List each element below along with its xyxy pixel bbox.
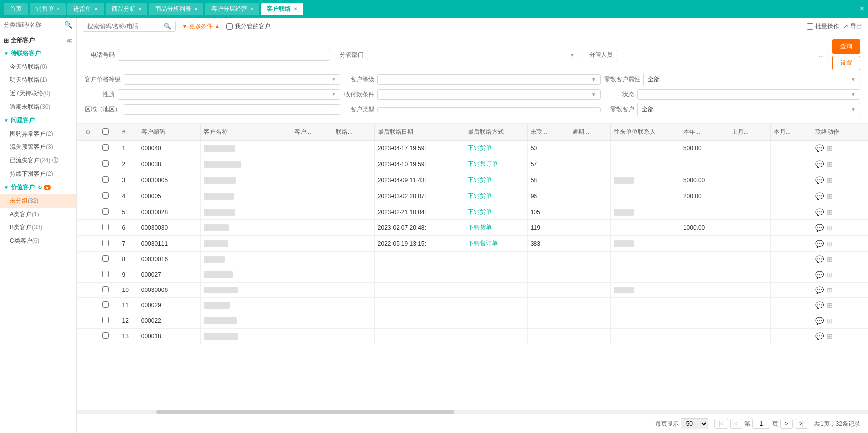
chat-icon-6[interactable]: 💬 (815, 240, 824, 248)
last-page-btn[interactable]: >| (795, 419, 808, 429)
sidebar-item-today-pending[interactable]: 今天待联络(0) (0, 60, 76, 73)
grid-action-icon-12[interactable]: ⊞ (827, 332, 833, 340)
chat-icon-1[interactable]: 💬 (815, 160, 824, 168)
sidebar-group-problem[interactable]: ▼ 问题客户 (0, 114, 76, 127)
row-checkbox-2[interactable] (99, 172, 119, 188)
sidebar-item-lost[interactable]: 已流失客户(24) ⓘ (0, 154, 76, 167)
tab-home[interactable]: 首页 (4, 3, 28, 15)
filter-search-icon[interactable]: 🔍 (164, 23, 171, 30)
row-select-1[interactable] (102, 160, 109, 167)
sidebar-item-ungroup[interactable]: 未分组(32) (0, 194, 76, 208)
close-sales-tab[interactable]: × (57, 6, 60, 12)
resize-last-date[interactable] (463, 124, 465, 140)
col-checkbox[interactable] (99, 124, 119, 141)
sidebar-search-icon[interactable]: 🔍 (64, 21, 72, 29)
row-last-method-11[interactable] (465, 313, 527, 329)
phone-input[interactable] (118, 49, 330, 61)
resize-name[interactable] (289, 124, 291, 140)
first-page-btn[interactable]: |< (714, 419, 728, 429)
row-checkbox-10[interactable] (99, 298, 119, 313)
batch-checkbox[interactable] (807, 23, 813, 30)
grid-action-icon-6[interactable]: ⊞ (827, 240, 833, 248)
batch-op-btn[interactable]: 批量操作 (807, 22, 839, 31)
grid-action-icon-1[interactable]: ⊞ (827, 160, 833, 168)
status-select[interactable]: ▼ (637, 89, 860, 100)
col-gear[interactable]: ⚙ (77, 124, 99, 141)
row-select-10[interactable] (102, 301, 109, 308)
close-customer-contact-tab[interactable]: × (294, 6, 297, 12)
grid-action-icon-5[interactable]: ⊞ (827, 224, 833, 232)
resize-overdue[interactable] (608, 124, 610, 140)
sidebar-item-tomorrow-pending[interactable]: 明天待联络(1) (0, 73, 76, 87)
row-checkbox-3[interactable] (99, 188, 119, 204)
tab-product-list[interactable]: 商品分析列表 × (149, 3, 203, 15)
row-select-11[interactable] (102, 317, 109, 323)
page-number-input[interactable] (752, 419, 770, 429)
nature-select[interactable]: ▼ (118, 89, 340, 100)
row-last-method-9[interactable] (465, 283, 527, 298)
reset-button[interactable]: 设置 (832, 56, 860, 70)
resize-contact[interactable] (372, 124, 374, 140)
row-select-5[interactable] (102, 224, 109, 230)
row-checkbox-1[interactable] (99, 156, 119, 172)
sidebar-group-value[interactable]: ▼ 价值客户 ↻ ● (0, 181, 76, 194)
row-checkbox-12[interactable] (99, 329, 119, 344)
row-last-method-12[interactable] (465, 329, 527, 344)
sidebar-item-declining[interactable]: 持续下滑客户(2) (0, 167, 76, 181)
row-checkbox-9[interactable] (99, 283, 119, 298)
region-select[interactable]: … (124, 104, 340, 115)
tab-product-analysis[interactable]: 商品分析 × (106, 3, 147, 15)
value-refresh-icon[interactable]: ↻ (38, 185, 42, 190)
row-select-4[interactable] (102, 208, 109, 215)
query-button[interactable]: 查询 (832, 39, 860, 54)
grid-action-icon-8[interactable]: ⊞ (827, 271, 833, 279)
row-checkbox-8[interactable] (99, 267, 119, 283)
row-select-7[interactable] (102, 255, 109, 262)
prev-page-btn[interactable]: < (730, 419, 742, 429)
row-last-method-7[interactable] (465, 252, 527, 267)
close-product-list-tab[interactable]: × (194, 6, 197, 12)
dept-select[interactable]: ▼ (367, 50, 579, 60)
sidebar-group-pending[interactable]: ▼ 待联络客户 (0, 47, 76, 60)
sidebar-item-overdue-pending[interactable]: 逾期未联络(30) (0, 100, 76, 114)
resize-code[interactable] (199, 124, 200, 140)
row-select-2[interactable] (102, 176, 109, 183)
row-select-0[interactable] (102, 144, 109, 151)
scrollbar-thumb[interactable] (156, 410, 454, 414)
sidebar-item-warning-loss[interactable]: 流失预警客户(3) (0, 141, 76, 154)
sidebar-item-b-class[interactable]: B类客户(33) (0, 221, 76, 234)
chat-icon-11[interactable]: 💬 (815, 317, 824, 325)
sidebar-item-c-class[interactable]: C类客户(6) (0, 234, 76, 248)
main-close-icon[interactable]: × (860, 4, 864, 13)
chat-icon-2[interactable]: 💬 (815, 176, 824, 184)
close-purchase-tab[interactable]: × (94, 6, 97, 12)
row-last-method-8[interactable] (465, 267, 527, 283)
row-last-method-1[interactable]: 下销售订单 (465, 156, 527, 172)
my-customers-check[interactable] (226, 23, 233, 30)
grid-action-icon-11[interactable]: ⊞ (827, 317, 833, 325)
export-btn[interactable]: ↗ 导出 (843, 22, 862, 31)
cust-level-select[interactable]: ▼ (377, 74, 600, 85)
row-last-method-2[interactable]: 下销货单 (465, 172, 527, 188)
row-last-method-5[interactable]: 下销货单 (465, 220, 527, 236)
chat-icon-10[interactable]: 💬 (815, 301, 824, 309)
resize-contact-person[interactable] (678, 124, 680, 140)
grid-action-icon-2[interactable]: ⊞ (827, 176, 833, 184)
row-select-8[interactable] (102, 271, 109, 277)
all-customers-header[interactable]: ⊞ 全部客户 ≪ (0, 32, 76, 47)
row-select-9[interactable] (102, 286, 109, 292)
resize-not-contact[interactable] (567, 124, 569, 140)
sparse-select[interactable]: 全部 ▼ (637, 103, 860, 116)
tab-customer-segment[interactable]: 客户分层经营 × (205, 3, 259, 15)
chat-icon-12[interactable]: 💬 (815, 332, 824, 340)
chat-icon-4[interactable]: 💬 (815, 208, 824, 216)
chat-icon-0[interactable]: 💬 (815, 144, 824, 152)
chat-icon-8[interactable]: 💬 (815, 271, 824, 279)
horizontal-scrollbar[interactable] (77, 410, 868, 414)
filter-search-box[interactable]: 🔍 (83, 21, 176, 32)
cust-type-select[interactable] (377, 107, 600, 112)
row-checkbox-7[interactable] (99, 252, 119, 267)
resize-type[interactable] (331, 124, 333, 140)
resize-this-month[interactable] (810, 124, 812, 140)
chat-icon-9[interactable]: 💬 (815, 286, 824, 294)
